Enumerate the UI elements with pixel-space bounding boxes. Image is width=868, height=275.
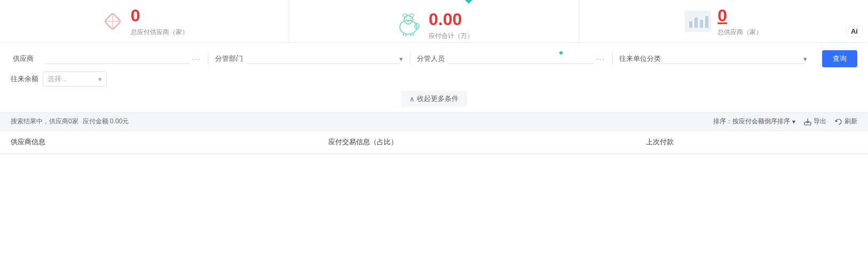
payable-total-label: 应付合计（万） (429, 32, 474, 41)
sort-arrow-icon: ▾ (792, 118, 795, 125)
svg-point-3 (400, 20, 417, 34)
total-payable-suppliers-number: 0 (131, 5, 188, 26)
collapse-button[interactable]: ∧ 收起更多条件 (401, 91, 467, 107)
export-button[interactable]: 导出 (804, 117, 826, 126)
svg-line-9 (411, 34, 411, 36)
results-info-area: 搜索结果中，供应商0家 应付金额 0.00元 (11, 117, 129, 126)
svg-line-8 (406, 34, 406, 36)
svg-point-6 (409, 18, 411, 19)
table-col-lastpay: 上次付款 (646, 137, 858, 147)
export-icon (804, 118, 811, 125)
refresh-button[interactable]: 刷新 (835, 117, 857, 126)
ai-badge: Ai (846, 26, 863, 37)
table-body (0, 154, 868, 275)
sort-label: 排序：按应付会额倒序排序 (713, 117, 790, 126)
sort-select[interactable]: 排序：按应付会额倒序排序 ▾ (713, 117, 795, 126)
person-field-group: 分管人员 ··· (411, 53, 612, 64)
collapse-label: 收起更多条件 (417, 94, 459, 104)
diamond-logo-icon (101, 10, 124, 33)
person-dots[interactable]: ··· (596, 55, 605, 63)
total-suppliers-number: 0 (717, 5, 762, 26)
payable-total-number: 0.00 (429, 9, 474, 29)
bar-chart-icon (687, 13, 708, 29)
unit-category-field-group: 往来单位分类 ▾ (613, 53, 814, 64)
svg-point-5 (406, 18, 407, 19)
stat-total-payable-suppliers: 0 总应付供应商（家） (0, 0, 289, 42)
svg-rect-15 (695, 18, 698, 28)
export-label: 导出 (814, 117, 826, 126)
piggy-icon (394, 11, 422, 39)
balance-select[interactable]: 选择... ▾ (43, 72, 107, 87)
table-col-supplier: 供应商信息 (11, 137, 328, 147)
results-amount-text: 应付金额 0.00元 (83, 117, 129, 126)
collapse-row: ∧ 收起更多条件 (11, 91, 857, 107)
svg-rect-14 (689, 21, 692, 28)
filter-bar: 供应商 ··· 分管部门 ▾ 分管人员 ··· 往来单位分类 (0, 43, 868, 113)
supplier-field-group: 供应商 ··· (11, 53, 208, 64)
svg-rect-16 (700, 20, 703, 28)
department-input[interactable] (246, 53, 400, 64)
table-col-transaction: 应付交易信息（占比） (328, 137, 646, 147)
svg-rect-17 (705, 16, 708, 28)
supplier-label: 供应商 (13, 54, 40, 64)
results-bar: 搜索结果中，供应商0家 应付金额 0.00元 排序：按应付会额倒序排序 ▾ 导出… (0, 113, 868, 131)
department-arrow-icon[interactable]: ▾ (399, 55, 403, 63)
filter-row-2: 往来余额 选择... ▾ (11, 72, 857, 87)
total-suppliers-label: 总供应商（家） (717, 28, 762, 37)
balance-placeholder: 选择... (48, 74, 67, 84)
results-info-text: 搜索结果中，供应商0家 (11, 117, 78, 126)
unit-category-input[interactable] (656, 53, 803, 64)
unit-category-label: 往来单位分类 (619, 54, 652, 64)
person-input[interactable] (448, 53, 594, 64)
stat-payable-total: 快速录单的快捷键说明在这里 × 0.00 应付合计（万） (289, 0, 579, 46)
filter-main-row: 供应商 ··· 分管部门 ▾ 分管人员 ··· 往来单位分类 (11, 50, 857, 67)
refresh-icon (835, 118, 842, 125)
supplier-dots[interactable]: ··· (192, 55, 201, 63)
total-payable-suppliers-label: 总应付供应商（家） (131, 28, 188, 37)
collapse-up-icon: ∧ (409, 95, 415, 103)
supplier-input[interactable] (44, 53, 190, 64)
refresh-label: 刷新 (845, 117, 857, 126)
person-label: 分管人员 (417, 54, 444, 64)
stats-bar: 0 总应付供应商（家） 快速录单的快捷键说明在这里 × (0, 0, 868, 43)
balance-label: 往来余额 (11, 74, 38, 84)
stat-total-suppliers: 0 总供应商（家） Ai (579, 0, 868, 42)
tooltip-connector-dot (558, 50, 564, 56)
table-header: 供应商信息 应付交易信息（占比） 上次付款 (0, 131, 868, 154)
query-button[interactable]: 查询 (822, 50, 857, 67)
balance-arrow-icon: ▾ (98, 75, 102, 83)
filter-fields: 供应商 ··· 分管部门 ▾ 分管人员 ··· 往来单位分类 (11, 51, 814, 67)
department-label: 分管部门 (215, 54, 242, 64)
stats-graph-icon (684, 11, 711, 32)
department-field-group: 分管部门 ▾ (209, 53, 411, 64)
unit-category-arrow-icon[interactable]: ▾ (803, 55, 807, 63)
results-actions-area: 排序：按应付会额倒序排序 ▾ 导出 刷新 (713, 117, 857, 126)
